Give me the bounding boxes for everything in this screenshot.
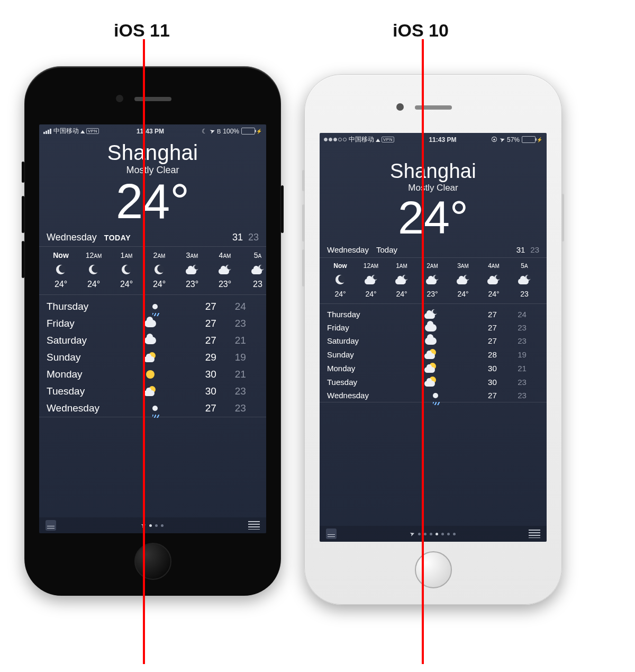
daily-row: Wednesday2723 xyxy=(47,400,259,417)
day-name: Wednesday xyxy=(327,391,407,400)
day-name: Friday xyxy=(47,318,127,329)
hour-label: 4AM xyxy=(208,251,241,259)
daily-row: Saturday2721 xyxy=(47,332,259,349)
day-low: 23 xyxy=(216,402,246,414)
status-bar: 中国移动▴VPN11:43 PM☾➤B100%⚡ xyxy=(39,124,266,136)
moon-icon xyxy=(88,264,99,275)
city-name: Shanghai xyxy=(39,141,266,165)
day-low: 23 xyxy=(497,378,527,387)
cloud-moon-icon xyxy=(487,275,500,284)
battery-percent: 100% xyxy=(223,128,239,135)
cloud-moon-icon xyxy=(186,265,198,274)
weather-app-screen[interactable]: 中国移动▴VPN11:43 PM☾➤B100%⚡ShanghaiMostly C… xyxy=(39,124,266,533)
page-dot xyxy=(161,524,164,527)
daily-row: Thursday2724 xyxy=(47,298,259,315)
hour-temp: 24° xyxy=(356,290,386,298)
daily-row: Monday3021 xyxy=(327,361,539,375)
dnd-icon: ☾ xyxy=(202,128,207,135)
cloud-moon-icon xyxy=(426,275,439,284)
day-low: 21 xyxy=(216,369,246,380)
carrier-label: 中国移动 xyxy=(349,135,374,144)
today-label: Today xyxy=(376,245,397,254)
day-name: Tuesday xyxy=(327,378,407,387)
daily-forecast[interactable]: Thursday2724Friday2723Saturday2723Sunday… xyxy=(320,304,547,402)
condition-text: Mostly Clear xyxy=(320,183,547,193)
day-name: Wednesday xyxy=(47,402,127,414)
weather-app-screen[interactable]: 中国移动▴VPN11:43 PM⦿➤57%⚡ShanghaiMostly Cle… xyxy=(320,133,547,542)
day-high: 30 xyxy=(174,369,216,380)
hour-label: 5A xyxy=(509,262,540,270)
hour-temp: 24° xyxy=(325,290,356,298)
page-dot xyxy=(441,533,444,535)
day-name: Saturday xyxy=(47,335,127,346)
wifi-icon: ▴ xyxy=(80,128,85,135)
home-button[interactable] xyxy=(134,543,171,580)
daily-forecast[interactable]: Thursday2724Friday2723Saturday2721Sunday… xyxy=(39,295,266,417)
day-high: 27 xyxy=(455,391,497,400)
label-ios10: iOS 10 xyxy=(393,20,449,41)
hourly-item: 5A23 xyxy=(509,262,540,298)
cloud-icon xyxy=(425,337,437,345)
current-conditions: ShanghaiMostly Clear24° xyxy=(320,160,547,241)
daily-row: Friday2723 xyxy=(47,315,259,332)
hourly-forecast[interactable]: Now24°12AM24°1AM24°2AM23°3AM24°4AM24°5A2… xyxy=(320,258,547,304)
hourly-item: 12AM24° xyxy=(77,251,110,289)
battery-percent: 57% xyxy=(507,136,520,144)
day-low: 23 xyxy=(497,336,527,345)
hour-label: 1AM xyxy=(386,262,417,270)
page-dot xyxy=(447,533,450,535)
cloud-sun-icon xyxy=(424,350,437,359)
hourly-forecast[interactable]: Now24°12AM24°1AM24°2AM24°3AM23°4AM23°5A2… xyxy=(39,247,266,295)
day-name: Monday xyxy=(327,364,407,373)
day-high: 30 xyxy=(455,378,497,387)
day-low: 23 xyxy=(497,323,527,332)
day-high: 27 xyxy=(174,402,216,414)
location-arrow-icon: ➤ xyxy=(409,530,416,537)
weather-channel-icon[interactable] xyxy=(46,520,56,531)
hour-label: 1AM xyxy=(110,251,143,259)
hour-temp: 24° xyxy=(44,280,77,289)
day-high: 29 xyxy=(174,352,216,363)
page-dot xyxy=(418,533,421,535)
cloud-moon-icon xyxy=(365,275,377,284)
home-button[interactable] xyxy=(415,551,452,588)
center-guide-right xyxy=(422,39,424,664)
hourly-item: Now24° xyxy=(325,262,356,298)
locations-list-icon[interactable] xyxy=(248,521,260,530)
iphone-silver-frame: 中国移动▴VPN11:43 PM⦿➤57%⚡ShanghaiMostly Cle… xyxy=(304,74,562,605)
day-low: 19 xyxy=(216,352,246,363)
condition-text: Mostly Clear xyxy=(39,165,266,176)
day-high: 28 xyxy=(455,350,497,359)
hour-label: 5A xyxy=(241,251,266,259)
hour-temp: 24° xyxy=(143,280,176,289)
page-dot xyxy=(453,533,456,535)
day-name: Thursday xyxy=(47,301,127,312)
battery-icon: ⚡ xyxy=(241,128,262,135)
cloud-sun-icon xyxy=(144,387,157,396)
day-high: 27 xyxy=(455,310,497,319)
day-low: 24 xyxy=(216,301,246,312)
hour-label: 3AM xyxy=(176,251,208,259)
status-bar: 中国移动▴VPN11:43 PM⦿➤57%⚡ xyxy=(320,133,547,144)
bluetooth-icon: B xyxy=(217,128,221,135)
center-guide-left xyxy=(143,39,145,664)
hour-label: Now xyxy=(44,251,77,259)
weather-channel-icon[interactable] xyxy=(326,528,337,539)
day-name: Thursday xyxy=(327,310,407,319)
hour-label: Now xyxy=(325,262,356,270)
day-name: Sunday xyxy=(327,350,407,359)
today-day: Wednesday xyxy=(327,245,369,254)
today-high: 31 xyxy=(232,232,243,243)
hour-label: 2AM xyxy=(143,251,176,259)
today-label: TODAY xyxy=(104,234,131,242)
cloud-sun-icon xyxy=(144,353,157,362)
locations-list-icon[interactable] xyxy=(529,530,540,538)
today-low: 23 xyxy=(530,245,539,254)
label-ios11: iOS 11 xyxy=(114,20,170,41)
hourly-item: 1AM24° xyxy=(386,262,417,298)
cellular-signal-icon xyxy=(324,138,347,141)
daily-row: Wednesday2723 xyxy=(327,389,539,402)
bottom-toolbar: ➤ xyxy=(320,526,547,542)
vpn-badge: VPN xyxy=(382,137,394,142)
vpn-badge: VPN xyxy=(86,128,99,134)
